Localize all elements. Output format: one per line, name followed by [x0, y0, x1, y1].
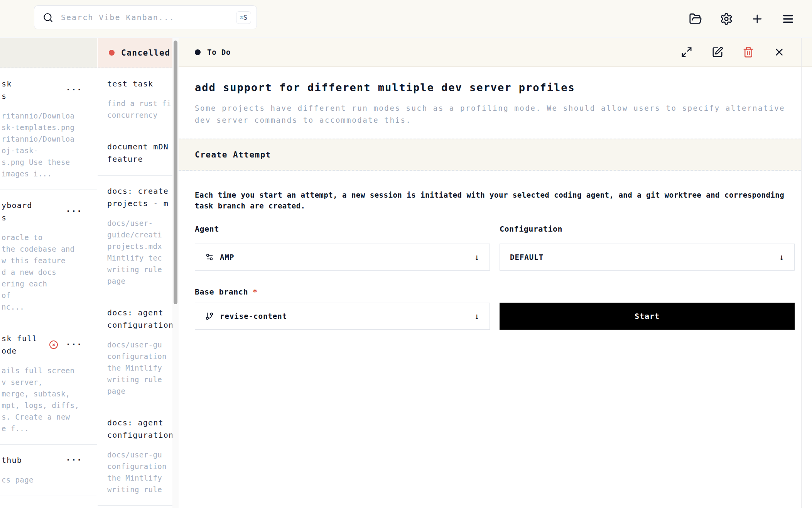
task-card-description: ritannio/Downloa sk-templates.png ritann… — [2, 110, 97, 179]
task-card-description: find a rust fi concurrency — [107, 98, 172, 121]
panel-scrollbar-track — [801, 38, 802, 508]
task-card-description: docs/user-gu configuration the Mintlify … — [107, 339, 172, 397]
task-card-actions: ··· — [66, 456, 82, 464]
task-card[interactable]: sk s···ritannio/Downloa sk-templates.png… — [0, 68, 97, 190]
task-detail-body: add support for different multiple dev s… — [179, 67, 812, 508]
board-scrollbar[interactable] — [172, 38, 179, 508]
chevron-down-icon: ↓ — [779, 252, 784, 262]
base-branch-select[interactable]: revise-content ↓ — [195, 303, 490, 330]
scrollbar-thumb[interactable] — [174, 41, 177, 304]
task-card-title: document mDN feature — [107, 141, 169, 165]
task-card[interactable]: docs: agent configurationdocs/user-gu co… — [98, 297, 172, 407]
task-card-description: docs/user-gu configuration the Mintlify … — [107, 449, 172, 495]
task-card-actions: ··· — [66, 207, 82, 216]
agent-select[interactable]: AMP ↓ — [195, 244, 490, 271]
search-shortcut-badge: ⌘S — [236, 11, 251, 24]
agent-label: Agent — [195, 224, 219, 234]
cancelled-column-header: Cancelled — [98, 38, 172, 68]
cancelled-column-cards: test taskfind a rust fi concurrencydocum… — [98, 68, 172, 506]
search-input[interactable] — [60, 12, 236, 22]
task-card-menu-icon[interactable]: ··· — [66, 456, 82, 464]
agent-value: AMP — [220, 253, 234, 261]
task-card-title: sk s — [2, 78, 12, 102]
kanban-board: sk s···ritannio/Downloa sk-templates.png… — [0, 38, 812, 508]
task-card[interactable]: thub···cs page — [0, 445, 97, 496]
search-icon — [43, 12, 53, 23]
close-icon[interactable] — [773, 46, 785, 58]
task-detail-panel: To Do add support for different multiple… — [179, 38, 812, 508]
task-card-title: docs: create projects - m — [107, 185, 169, 210]
create-attempt-info: Each time you start an attempt, a new se… — [195, 190, 804, 211]
task-card-title: test task — [107, 78, 153, 90]
settings-gear-icon[interactable] — [720, 12, 733, 25]
task-description: Some projects have different run modes s… — [195, 102, 797, 126]
start-button[interactable]: Start — [500, 303, 795, 330]
edit-icon[interactable] — [712, 46, 723, 58]
task-card-menu-icon[interactable]: ··· — [66, 207, 82, 216]
task-title: add support for different multiple dev s… — [195, 81, 575, 93]
topbar: ⌘S — [0, 0, 812, 37]
kanban-column-left: sk s···ritannio/Downloa sk-templates.png… — [0, 38, 97, 508]
sliders-icon — [205, 253, 214, 261]
task-card-actions: ×··· — [49, 340, 82, 349]
create-attempt-section-header: Create Attempt — [179, 139, 801, 171]
create-attempt-heading: Create Attempt — [195, 150, 271, 159]
task-card[interactable]: document mDN feature — [98, 131, 172, 176]
kanban-column-cancelled: Cancelled test taskfind a rust fi concur… — [98, 38, 172, 508]
task-card-menu-icon[interactable]: ··· — [66, 86, 82, 94]
task-card-title: thub — [2, 454, 22, 466]
git-branch-icon — [205, 312, 214, 320]
task-card-title: docs: agent configuration — [107, 417, 172, 441]
left-column-cards: sk s···ritannio/Downloa sk-templates.png… — [0, 68, 97, 496]
task-card-description: ails full screen v server, merge, subtas… — [2, 365, 97, 434]
task-card[interactable]: yboard s···oracle to the codebase and w … — [0, 190, 97, 323]
task-card-description: docs/user- guide/creati projects.mdx Min… — [107, 217, 172, 287]
base-branch-label: Base branch* — [195, 287, 258, 296]
configuration-value: DEFAULT — [510, 253, 544, 261]
task-card-menu-icon[interactable]: ··· — [66, 340, 82, 349]
task-error-icon: × — [49, 340, 58, 349]
hamburger-menu-icon[interactable] — [782, 12, 795, 25]
panel-actions — [681, 46, 812, 58]
required-asterisk: * — [253, 287, 258, 296]
search-box[interactable]: ⌘S — [34, 5, 257, 29]
add-plus-icon[interactable] — [751, 12, 764, 25]
open-folder-icon[interactable] — [689, 12, 702, 25]
cancelled-dot-icon — [109, 50, 115, 56]
left-column-header — [0, 38, 97, 68]
task-card-description: oracle to the codebase and w this featur… — [2, 232, 97, 313]
cancelled-column-title: Cancelled — [121, 48, 170, 58]
base-branch-value: revise-content — [220, 312, 287, 320]
expand-icon[interactable] — [681, 46, 692, 58]
task-detail-header: To Do — [179, 38, 812, 67]
task-card-title: docs: agent configuration — [107, 306, 172, 331]
task-card-description: cs page — [2, 474, 97, 486]
task-card[interactable]: docs: agent configurationdocs/user-gu co… — [98, 407, 172, 506]
chevron-down-icon: ↓ — [474, 252, 479, 262]
status-label: To Do — [207, 48, 231, 56]
task-card[interactable]: docs: create projects - mdocs/user- guid… — [98, 176, 172, 297]
configuration-label: Configuration — [500, 224, 562, 234]
task-card[interactable]: sk full ode×···ails full screen v server… — [0, 323, 97, 445]
delete-trash-icon[interactable] — [743, 46, 754, 58]
chevron-down-icon: ↓ — [474, 311, 479, 321]
status-dot-icon — [195, 49, 201, 55]
configuration-select[interactable]: DEFAULT ↓ — [500, 244, 795, 271]
task-card-actions: ··· — [66, 86, 82, 94]
task-card-title: yboard s — [2, 199, 32, 224]
task-card-title: sk full ode — [2, 332, 37, 357]
topbar-actions — [689, 0, 795, 37]
task-card[interactable]: test taskfind a rust fi concurrency — [98, 68, 172, 131]
